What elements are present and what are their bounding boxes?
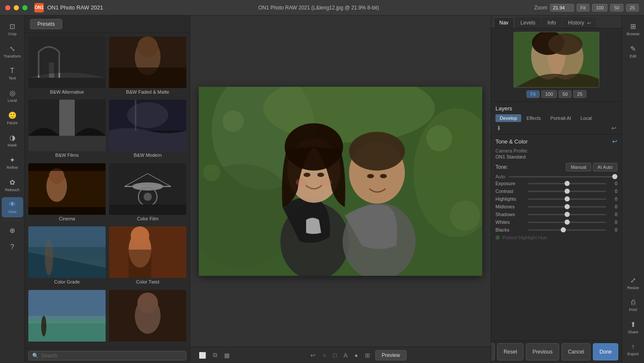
layers-title: Layers [495,105,512,112]
text-overlay-btn[interactable]: A [342,351,349,360]
blacks-slider[interactable] [528,229,606,231]
tool-help[interactable]: ? [2,240,23,254]
left-toolbar: ⊡ Crop ⤡ Transform T Text ◎ Local 🙂 Face… [0,15,25,363]
svg-point-38 [137,293,158,313]
window-title: ON1 Photo RAW 2021 (L&leng12.jpg @ 21.9%… [258,5,379,11]
layout-compare-btn[interactable]: ▦ [222,351,231,360]
whites-slider[interactable] [528,222,606,223]
canvas-inner [190,15,491,347]
midtones-thumb [565,204,570,209]
layout-split-btn[interactable]: ⧉ [211,351,219,360]
done-button[interactable]: Done [593,343,618,360]
tool-zoom-out[interactable]: ⊕ [2,223,23,238]
midtones-slider[interactable] [528,206,606,207]
far-tool-browse[interactable]: ⊞ Browse [623,19,643,40]
blacks-label: Blacks [495,227,526,232]
layer-reset-btn[interactable]: ↩ [611,124,617,132]
zoom-input[interactable] [550,4,574,12]
tab-info[interactable]: Info [542,17,562,28]
tool-faces[interactable]: 🙂 Faces [2,108,23,128]
tool-local[interactable]: ◎ Local [2,85,23,106]
crop-icon: ⊡ [9,22,15,31]
preset-item-cinema[interactable]: Cinema [28,163,106,223]
contrast-value: 0 [609,189,617,194]
contrast-slider[interactable] [528,191,606,192]
zoom-25-button[interactable]: 25 [626,4,639,12]
layer-add-btn[interactable]: ⬇ [495,124,502,132]
preset-label-bw-films: B&W Films [28,151,106,159]
ai-auto-btn[interactable]: AI Auto [593,163,617,171]
previous-button[interactable]: Previous [526,343,559,360]
far-tool-edit[interactable]: ✎ Edit [623,41,643,62]
shadows-slider[interactable] [528,214,606,215]
contrast-label: Contrast [495,189,526,194]
preset-item-color-film[interactable]: Color Film [109,163,186,223]
tool-text[interactable]: T Text [2,64,23,84]
exposure-slider[interactable] [528,183,606,184]
print-label: Print [629,308,637,312]
preset-item-bw-films[interactable]: B&W Films [28,100,106,159]
tool-transform[interactable]: ⤡ Transform [2,41,23,62]
preset-label-extra1 [28,342,106,344]
nav-zoom-100[interactable]: 100 [541,90,557,98]
layer-tab-portrait-ai[interactable]: Portrait AI [546,114,575,122]
preset-item-bw-modern[interactable]: B&W Modern [109,100,186,159]
search-input[interactable] [41,353,182,359]
preset-thumb-extra1 [28,290,106,342]
far-right-toolbar: ⊞ Browse ✎ Edit ⤢ Resize ⎙ Print ⬆ Share… [622,15,644,363]
zoom-50-button[interactable]: 50 [610,4,623,12]
far-tool-export[interactable]: ↑ Export [623,339,643,360]
tone-reset-btn[interactable]: ↩ [612,138,617,145]
circle-btn[interactable]: ○ [321,351,328,360]
maximize-button[interactable] [22,5,27,10]
tool-transform-label: Transform [3,54,21,58]
tab-history[interactable]: History ↩ [562,17,596,28]
tool-crop[interactable]: ⊡ Crop [2,19,23,40]
tool-text-label: Text [9,76,16,80]
preset-item-bw-alt[interactable]: B&W Alternative [28,37,106,96]
presets-button[interactable]: Presets [30,19,62,29]
reset-all-button[interactable]: Reset All [491,343,495,360]
preview-button[interactable]: Preview [375,350,407,360]
manual-tone-btn[interactable]: Manual [566,163,591,171]
tool-refine[interactable]: ✦ Refine [2,153,23,173]
highlights-slider[interactable] [528,198,606,200]
exposure-value: 0 [609,181,617,186]
far-tool-resize[interactable]: ⤢ Resize [623,273,643,293]
preset-item-extra1[interactable] [28,290,106,345]
svg-rect-28 [28,226,106,247]
nav-zoom-25[interactable]: 25 [573,90,586,98]
grid-btn[interactable]: ⊞ [363,351,372,360]
square-btn[interactable]: □ [331,351,338,360]
close-button[interactable] [5,5,10,10]
zoom-fit-button[interactable]: Fit [577,4,589,12]
preset-thumb-extra2 [109,290,186,342]
auto-slider[interactable] [509,176,617,177]
far-tool-share[interactable]: ⬆ Share [623,317,643,338]
preset-label-extra2 [109,342,186,344]
far-tool-print[interactable]: ⎙ Print [623,295,643,315]
nav-zoom-50[interactable]: 50 [559,90,571,98]
mask-view-btn[interactable]: ● [353,351,360,360]
svg-point-4 [137,37,158,57]
layer-tab-develop[interactable]: Develop [495,114,521,122]
layout-single-btn[interactable]: ⬜ [197,351,208,360]
tone-color-title: Tone & Color [495,138,528,145]
reset-button[interactable]: Reset [497,343,523,360]
tool-view[interactable]: 👁 View [2,197,23,217]
cancel-button[interactable]: Cancel [562,343,590,360]
layer-tab-effects[interactable]: Effects [522,114,545,122]
minimize-button[interactable] [14,5,19,10]
preset-item-color-twist[interactable]: Color Twist [109,226,186,286]
tab-levels[interactable]: Levels [515,17,541,28]
tool-retouch[interactable]: ✿ Retouch [2,175,23,195]
tab-nav[interactable]: Nav [494,17,514,28]
preset-item-bw-faded[interactable]: B&W Faded & Matte [109,37,186,96]
zoom-100-button[interactable]: 100 [592,4,608,12]
back-btn[interactable]: ↩ [309,351,317,360]
layer-tab-local[interactable]: Local [576,114,596,122]
nav-zoom-fit[interactable]: Fit [526,90,539,98]
preset-item-color-grade[interactable]: Color Grade [28,226,106,286]
preset-item-extra2[interactable] [109,290,186,345]
tool-mask[interactable]: ◑ Mask [2,130,23,151]
